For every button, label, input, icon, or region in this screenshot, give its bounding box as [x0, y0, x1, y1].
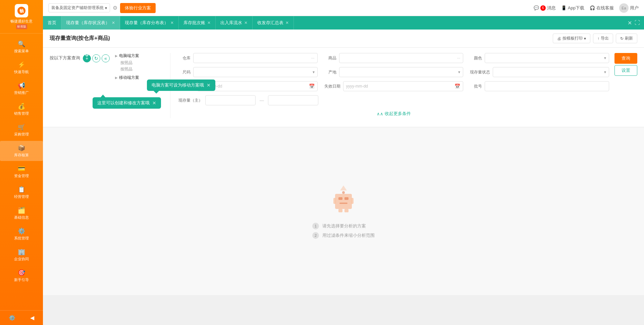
sales-icon: 💰: [18, 103, 25, 110]
sidebar-item-operations[interactable]: 📋 经营管理: [0, 182, 43, 203]
sidebar-item-enterprise[interactable]: 🏢 企业协同: [0, 245, 43, 265]
empty-step-2: 2 用过滤条件来缩小分析范围: [312, 232, 375, 239]
tab-inventory-dist-label: 现存量（库存分布表）: [125, 20, 168, 26]
tab-inout-flow[interactable]: 出入库流水 ✕: [216, 16, 253, 30]
svg-text:畅: 畅: [19, 8, 24, 13]
tab-batch-account-label: 库存批次账: [183, 20, 205, 26]
expiry-date-label: 失效日期: [324, 84, 340, 89]
sidebar-item-quick[interactable]: ⚡ 快速导航: [0, 58, 43, 78]
size-field: 尺码 ▾: [178, 67, 318, 77]
logo-text: 畅捷通好生意: [10, 19, 33, 23]
stock-status-select[interactable]: ▾: [493, 67, 609, 77]
settings-filter-btn[interactable]: 设置: [614, 65, 637, 76]
step-2-num: 2: [312, 232, 319, 239]
color-select[interactable]: ▾: [485, 53, 609, 63]
refresh-btn[interactable]: ↻ 刷新: [616, 34, 637, 43]
tab-receive-summary[interactable]: 收发存汇总表 ✕: [253, 16, 294, 30]
sidebar-item-guide[interactable]: 🎯 新手引导: [0, 266, 43, 286]
svg-rect-2: [335, 194, 352, 209]
sidebar-item-base[interactable]: 🗂️ 基础信息: [0, 203, 43, 223]
stock-qty-min-input[interactable]: [205, 95, 256, 105]
sidebar-item-inventory[interactable]: 📦 库存核算: [0, 141, 43, 161]
stock-qty-max-input[interactable]: [268, 95, 318, 105]
collapse-btn[interactable]: ∧∧ 收起更多条件: [178, 109, 609, 118]
print-btn[interactable]: 🖨 按模板打印 ▾: [553, 34, 590, 43]
sidebar-item-sales[interactable]: 💰 销售管理: [0, 99, 43, 119]
expiry-date-input[interactable]: yyyy-mm-dd 📅: [343, 81, 464, 91]
product-label: 商品: [324, 55, 336, 61]
tab-inout-flow-label: 出入库流水: [220, 20, 242, 26]
tab-close-all-btn[interactable]: ✕: [628, 20, 632, 26]
tab-batch-account-close[interactable]: ✕: [207, 20, 211, 25]
header-gear-btn[interactable]: ⚙: [113, 5, 117, 11]
action-tooltip-close[interactable]: ✕: [152, 100, 156, 106]
user-avatar-btn[interactable]: Ea 用户: [619, 3, 639, 13]
expiry-date-field: 失效日期 yyyy-mm-dd 📅: [324, 81, 464, 91]
sidebar-bottom: ⚙️ ◀: [0, 310, 43, 325]
sidebar-item-purchase[interactable]: 🛒 采购管理: [0, 120, 43, 140]
tab-receive-summary-close[interactable]: ✕: [285, 20, 289, 25]
svg-rect-7: [351, 198, 354, 204]
svg-point-11: [342, 191, 345, 194]
app-download-btn[interactable]: 📱 App下载: [561, 5, 584, 11]
back-btn[interactable]: «: [102, 54, 110, 62]
tabs-actions: ✕ ⛶: [624, 16, 644, 30]
base-icon: 🗂️: [18, 207, 25, 214]
warehouse-label: 仓库: [178, 55, 191, 61]
size-chevron-icon: ▾: [313, 70, 315, 74]
sidebar-item-finance[interactable]: 💳 资金管理: [0, 162, 43, 182]
tabs-bar: 首页 现存量（库存状况表） ✕ 现存量（库存分布表） ✕ 库存批次账 ✕ 出入库…: [43, 16, 644, 30]
stock-status-chevron-icon: ▾: [604, 70, 606, 74]
stock-qty-label: 现存量（主）: [178, 98, 203, 103]
tab-inventory-status-label: 现存量（库存状况表）: [66, 20, 110, 26]
scheme-item-2[interactable]: 按照品: [120, 66, 162, 72]
tab-expand-btn[interactable]: ⛶: [635, 20, 640, 26]
step-1-num: 1: [312, 223, 319, 229]
trial-btn[interactable]: 体验行业方案: [120, 3, 156, 13]
purchase-icon: 🛒: [18, 123, 25, 131]
batch-input[interactable]: [485, 81, 609, 91]
system-icon: ⚙️: [18, 227, 25, 235]
online-support-btn[interactable]: 🎧 在线客服: [590, 5, 614, 11]
refresh-scheme-btn[interactable]: ↻: [92, 54, 100, 62]
tab-inventory-dist-close[interactable]: ✕: [170, 20, 174, 25]
avatar: Ea: [619, 3, 629, 13]
collapse-icon: ∧∧: [377, 111, 383, 116]
sidebar-settings-btn[interactable]: ⚙️: [7, 313, 17, 322]
sidebar-item-search[interactable]: 🔍 搜索菜单: [0, 37, 43, 57]
warehouse-input[interactable]: ···: [193, 53, 318, 63]
logo-icon: 畅: [15, 4, 28, 17]
tab-batch-account[interactable]: 库存批次账 ✕: [179, 16, 216, 30]
mobile-arrow-icon: ▶: [115, 76, 118, 79]
page-actions: 🖨 按模板打印 ▾ ↑ 导出 ↻ 刷新: [553, 34, 637, 43]
support-icon: 🎧: [590, 5, 595, 10]
stock-qty-field: 现存量（主） —: [178, 95, 609, 105]
tab-inout-flow-close[interactable]: ✕: [244, 20, 248, 25]
message-icon: 💬: [534, 5, 539, 10]
scheme-tooltip: 电脑方案可设为移动方案哦 ✕: [147, 79, 215, 91]
scheme-item-1[interactable]: 按照品: [120, 60, 162, 66]
empty-icon: [327, 184, 360, 217]
size-select[interactable]: ▾: [193, 67, 318, 77]
scheme-tooltip-close[interactable]: ✕: [207, 83, 211, 88]
desktop-scheme-group[interactable]: ▶ 电脑端方案: [115, 53, 162, 59]
system-selector[interactable]: 装备及固定资产辅助管理系统 ▾: [48, 3, 110, 12]
origin-chevron-icon: ▾: [458, 70, 460, 74]
chevron-down-icon: ▾: [604, 56, 606, 60]
sidebar-collapse-btn[interactable]: ◀: [29, 313, 36, 322]
tab-inventory-dist[interactable]: 现存量（库存分布表） ✕: [120, 16, 179, 30]
origin-select[interactable]: ▾: [339, 67, 464, 77]
tab-home[interactable]: 首页: [43, 16, 61, 30]
sidebar: 畅 畅捷通好生意 标准版 🔍 搜索菜单 ⚡ 快速导航 📢 营销推广 💰 销售管理…: [0, 0, 43, 325]
export-btn[interactable]: ↑ 导出: [593, 34, 613, 43]
product-input[interactable]: ···: [339, 53, 464, 63]
sidebar-item-system[interactable]: ⚙️ 系统管理: [0, 224, 43, 244]
tab-inventory-status[interactable]: 现存量（库存状况表） ✕: [61, 16, 120, 30]
tab-inventory-status-close[interactable]: ✕: [112, 20, 115, 25]
query-btn[interactable]: 查询: [614, 53, 637, 64]
warehouse-field: 仓库 ···: [178, 53, 318, 63]
message-btn[interactable]: 💬 6 消息: [534, 5, 556, 11]
add-scheme-btn[interactable]: +: [83, 54, 91, 62]
sidebar-item-marketing[interactable]: 📢 营销推广: [0, 78, 43, 99]
origin-label: 产地: [324, 69, 336, 75]
